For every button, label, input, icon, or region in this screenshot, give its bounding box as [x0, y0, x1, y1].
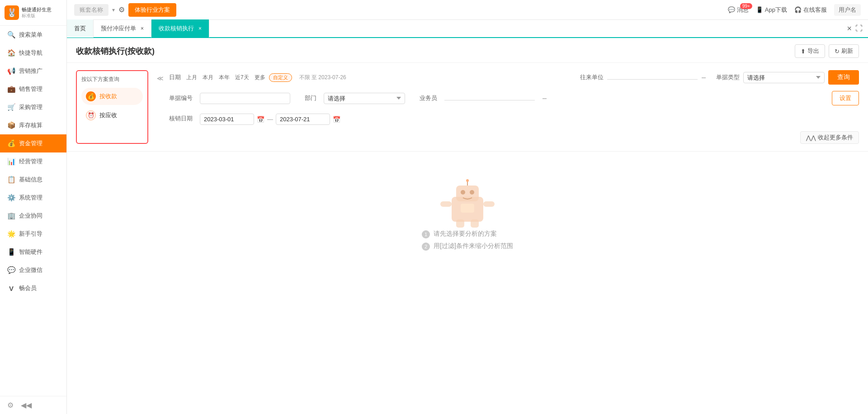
date-this-year[interactable]: 本年	[217, 73, 231, 82]
sidebar-item-basic-info[interactable]: 📋 基础信息	[0, 171, 66, 189]
filter-scheme-panel: 按以下方案查询 💰 按收款 ⏰ 按应收	[76, 70, 148, 144]
page-header: 收款核销执行(按收款) ⬆ 导出 ↻ 刷新	[67, 38, 868, 63]
account-dropdown-icon[interactable]: ▾	[112, 7, 115, 13]
marketing-icon: 📢	[7, 67, 15, 75]
collapse-more-btn[interactable]: ⋀⋀ 收起更多条件	[800, 131, 859, 144]
logo-icon: 🐰	[5, 5, 19, 20]
date-last-month[interactable]: 上月	[184, 73, 199, 82]
topbar-gear-icon[interactable]: ⚙	[118, 5, 125, 14]
filter-row-1: 日期 上月 本月 本年 近7天 更多 自定义 不限	[169, 70, 859, 85]
counterparty-input[interactable]	[607, 76, 698, 80]
msg-icon: 💬	[728, 6, 735, 13]
sidebar-item-inventory[interactable]: 📦 库存核算	[0, 116, 66, 134]
verify-date-start-input[interactable]	[200, 114, 254, 125]
filter-row-3: 核销日期 📅 — 📅	[169, 112, 859, 125]
tab-receipts-label: 收款核销执行	[159, 24, 194, 33]
sidebar-item-hardware[interactable]: 📱 智能硬件	[0, 243, 66, 261]
tab-receipts-close-icon[interactable]: ×	[198, 25, 202, 32]
finance-icon: 💰	[7, 139, 15, 148]
receivable-icon: ⏰	[86, 110, 96, 120]
page-actions: ⬆ 导出 ↻ 刷新	[795, 44, 859, 58]
app-download-btn[interactable]: 📱 App下载	[756, 6, 787, 14]
tab-receipts[interactable]: 收款核销执行 ×	[151, 19, 209, 38]
date-custom[interactable]: 自定义	[269, 73, 292, 82]
staff-input[interactable]	[444, 96, 535, 100]
verify-date-label: 核销日期	[169, 114, 193, 123]
basicinfo-icon: 📋	[7, 176, 15, 184]
svg-rect-8	[456, 219, 464, 228]
tabbar: 首页 预付冲应付单 × 收款核销执行 × × ⛶	[67, 20, 868, 38]
tab-prepay-close-icon[interactable]: ×	[141, 25, 144, 32]
sidebar-item-tutorial[interactable]: 🌟 新手引导	[0, 225, 66, 243]
app-icon: 📱	[756, 6, 763, 13]
collab-icon: 🏢	[7, 212, 15, 220]
date-label: 日期	[169, 73, 181, 81]
filter-panel-title: 按以下方案查询	[81, 76, 143, 83]
filter-option-by-receipt[interactable]: 💰 按收款	[81, 88, 143, 105]
sidebar-label-operations: 经营管理	[19, 157, 42, 166]
date-range-sep: —	[267, 116, 273, 123]
sidebar-item-quicknav[interactable]: 🏠 快捷导航	[0, 44, 66, 62]
staff-more-icon[interactable]: ···	[542, 94, 546, 103]
empty-state: 1 请先选择要分析的方案 2 用[过滤]条件来缩小分析范围	[67, 152, 868, 290]
filter-collapse-toggle[interactable]: ≪	[156, 70, 165, 144]
home-icon: 🏠	[7, 49, 15, 57]
tabbar-close-icon[interactable]: ×	[847, 24, 852, 33]
sidebar-label-quicknav: 快捷导航	[19, 49, 42, 57]
sidebar-item-wechat[interactable]: 💬 企业微信	[0, 261, 66, 279]
bill-type-select[interactable]: 请选择	[743, 72, 825, 83]
sidebar-item-finance[interactable]: 💰 资金管理	[0, 134, 66, 152]
bill-no-input[interactable]	[200, 93, 290, 104]
sidebar-item-system[interactable]: ⚙️ 系统管理	[0, 189, 66, 207]
export-icon: ⬆	[801, 48, 806, 55]
main-area: 账套名称 ▾ ⚙ 体验行业方案 💬 消息 99+ 📱 App下载 🎧 在线客服 …	[67, 0, 868, 414]
sidebar-item-purchase[interactable]: 🛒 采购管理	[0, 98, 66, 116]
filter-area: 按以下方案查询 💰 按收款 ⏰ 按应收 ≪	[67, 63, 868, 152]
sidebar-item-sales[interactable]: 💼 销售管理	[0, 80, 66, 98]
hardware-icon: 📱	[7, 248, 15, 256]
refresh-icon: ↻	[835, 48, 840, 55]
filter-option-receivable-label: 按应收	[99, 111, 117, 119]
system-icon: ⚙️	[7, 194, 15, 202]
sidebar-label-member: 畅会员	[19, 284, 37, 292]
sidebar-item-collab[interactable]: 🏢 企业协同	[0, 207, 66, 225]
sidebar-item-operations[interactable]: 📊 经营管理	[0, 152, 66, 171]
counterparty-more-icon[interactable]: ···	[701, 73, 705, 82]
topbar-left: 账套名称 ▾ ⚙ 体验行业方案	[74, 3, 176, 17]
empty-tip-2: 2 用[过滤]条件来缩小分析范围	[422, 242, 513, 251]
query-btn[interactable]: 查询	[828, 70, 859, 85]
date-more[interactable]: 更多	[253, 73, 267, 82]
page-inner: 收款核销执行(按收款) ⬆ 导出 ↻ 刷新 按以下方案查询	[67, 38, 868, 414]
settings-btn[interactable]: 设置	[832, 91, 859, 105]
dept-select[interactable]: 请选择	[324, 93, 405, 104]
sidebar-label-finance: 资金管理	[19, 139, 42, 148]
date-7days[interactable]: 近7天	[233, 73, 251, 82]
sidebar-item-member[interactable]: V 畅会员	[0, 279, 66, 297]
settings-gear-icon[interactable]: ⚙	[7, 401, 14, 409]
tab-prepay[interactable]: 预付冲应付单 ×	[94, 19, 151, 38]
verify-date-end-input[interactable]	[276, 114, 330, 125]
empty-illustration	[438, 179, 497, 230]
filter-fields: 日期 上月 本月 本年 近7天 更多 自定义 不限	[169, 70, 859, 144]
msg-btn[interactable]: 💬 消息 99+	[728, 6, 749, 14]
sidebar-label-marketing: 营销推广	[19, 67, 42, 75]
verify-date-start-cal-icon[interactable]: 📅	[257, 116, 264, 123]
tab-home[interactable]: 首页	[67, 19, 94, 38]
tabbar-expand-icon[interactable]: ⛶	[855, 24, 863, 33]
verify-date-end-cal-icon[interactable]: 📅	[333, 116, 340, 123]
tutorial-icon: 🌟	[7, 230, 15, 238]
sidebar-collapse-icon[interactable]: ◀◀	[21, 401, 32, 409]
sidebar-item-marketing[interactable]: 📢 营销推广	[0, 62, 66, 80]
date-this-month[interactable]: 本月	[201, 73, 215, 82]
filter-option-by-receivable[interactable]: ⏰ 按应收	[81, 107, 143, 124]
industry-btn[interactable]: 体验行业方案	[128, 3, 176, 17]
export-btn[interactable]: ⬆ 导出	[795, 44, 825, 58]
sidebar-footer: ⚙ ◀◀	[0, 396, 66, 414]
sidebar-label-system: 系统管理	[19, 194, 42, 202]
online-service-btn[interactable]: 🎧 在线客服	[794, 6, 827, 14]
refresh-btn[interactable]: ↻ 刷新	[829, 44, 859, 58]
sidebar-item-search[interactable]: 🔍 搜索菜单	[0, 26, 66, 44]
svg-rect-7	[483, 201, 495, 207]
user-menu[interactable]: 用户名	[834, 4, 861, 16]
date-filter: 日期 上月 本月 本年 近7天 更多 自定义	[169, 73, 292, 82]
